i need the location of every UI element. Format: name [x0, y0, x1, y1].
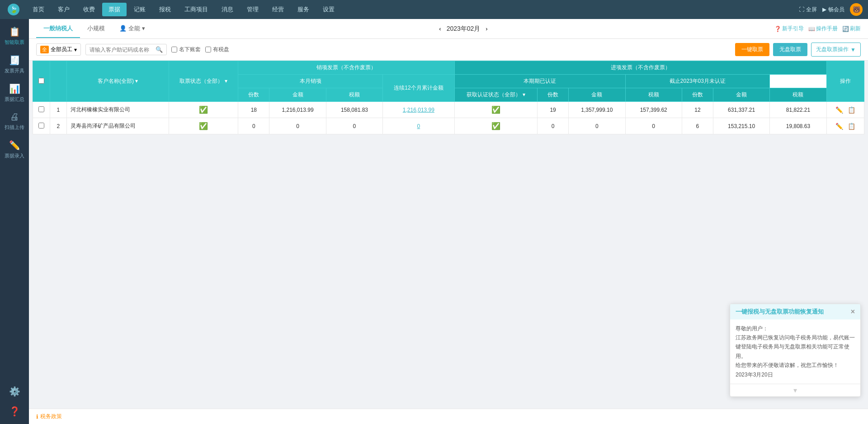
notification-text: 尊敬的用户： 江苏政务网已恢复访问电子税务局功能，易代账一键登陆电子税务局与无盘…: [736, 324, 855, 379]
sidebar-item-invoice-open[interactable]: 🧾 发票开具: [0, 51, 29, 78]
tab-general-taxpayer[interactable]: 一般纳税人: [36, 20, 80, 38]
select-all-checkbox[interactable]: [38, 78, 44, 84]
th-certified: 本期期已认证: [454, 75, 625, 88]
th-customer: 客户名称(全部) ▾: [67, 61, 169, 102]
toolbar-right: 一键取票 无盘取票 无盘取票操作 ▼: [735, 43, 861, 57]
row-monthly-count: 0: [238, 118, 269, 134]
next-month-button[interactable]: ›: [486, 25, 487, 32]
filter-icon[interactable]: ▾: [523, 91, 525, 98]
nav-billing[interactable]: 收费: [77, 3, 101, 16]
filter-icon[interactable]: ▾: [135, 78, 138, 84]
row-cert-count: 0: [538, 118, 569, 134]
scan-upload-icon: 🖨: [10, 112, 19, 122]
sidebar-item-invoice-summary[interactable]: 📊 票据汇总: [0, 80, 29, 106]
avatar[interactable]: 🐻: [850, 3, 863, 16]
has-tax-plate-input[interactable]: [205, 47, 211, 52]
nav-business[interactable]: 工商项目: [178, 3, 214, 16]
scroll-down-indicator[interactable]: ▾: [730, 384, 860, 396]
sidebar-item-help[interactable]: ❓: [0, 402, 29, 420]
nav-invoice[interactable]: 票据: [102, 3, 127, 16]
manual-button[interactable]: 📖 操作手册: [808, 25, 838, 33]
edit-icon[interactable]: ✏️: [835, 106, 843, 114]
sidebar-item-invoice-entry[interactable]: ✏️ 票据录入: [0, 136, 29, 163]
employee-select[interactable]: 全 全部员工 ▾: [36, 43, 81, 56]
nav-settings[interactable]: 设置: [316, 3, 341, 16]
sidebar-item-smart-ticket[interactable]: 📋 智能取票: [0, 23, 29, 49]
no-plate-ticket-button[interactable]: 无盘取票: [773, 43, 807, 56]
new-guide-button[interactable]: ❓ 新手引导: [774, 25, 804, 33]
th-monthly-tax: 税额: [326, 88, 382, 102]
row-cumulative: 0: [383, 118, 454, 134]
table-row: 1 河北柯橡橡实业有限公司 ✅ 18 1,216,013.99 158,081.…: [33, 102, 864, 118]
tab-bar: 一般纳税人 小规模 👤 全能 ▾ ‹ 2023年02月 › ❓ 新手引导 📖 操…: [29, 19, 868, 39]
row-checkbox[interactable]: [38, 106, 44, 112]
row-uncert-tax: 19,808.63: [770, 118, 826, 134]
search-input[interactable]: [90, 47, 153, 53]
th-sales-group: 销项发票（不含作废票）: [238, 61, 454, 75]
th-monthly-amount: 金额: [269, 88, 326, 102]
tab-all[interactable]: 👤 全能 ▾: [112, 20, 152, 38]
th-take-status: 取票状态（全部） ▾: [169, 61, 238, 102]
view-icon[interactable]: 📋: [848, 123, 855, 130]
prev-month-button[interactable]: ‹: [439, 25, 441, 32]
dropdown-arrow-icon: ▼: [850, 47, 856, 53]
nav-accounting[interactable]: 记账: [127, 3, 152, 16]
row-cert-amount: 0: [569, 118, 625, 134]
check-account-checkbox[interactable]: 名下账套: [171, 46, 201, 53]
tax-policy-link[interactable]: ℹ 税务政策: [36, 413, 62, 420]
view-icon[interactable]: 📋: [848, 106, 855, 114]
search-icon[interactable]: 🔍: [156, 46, 163, 53]
nav-operation[interactable]: 经营: [266, 3, 290, 16]
invoice-summary-icon: 📊: [9, 83, 20, 94]
table-row: 2 灵寿县尚泽矿产品有限公司 ✅ 0 0 0 0 ✅ 0 0 0 6 153,2…: [33, 118, 864, 134]
nav-customer[interactable]: 客户: [52, 3, 76, 16]
edit-icon[interactable]: ✏️: [835, 123, 843, 130]
sidebar-item-settings[interactable]: ⚙️: [0, 382, 29, 400]
row-uncert-amount: 631,337.21: [713, 102, 769, 118]
notification-close-button[interactable]: ×: [851, 308, 855, 316]
nav-home[interactable]: 首页: [26, 3, 51, 16]
nav-right-actions: ⛶ 全屏 ▶ 畅会员 🐻: [799, 3, 863, 16]
th-uncert-count: 份数: [682, 88, 713, 102]
help-icon: ❓: [9, 406, 20, 417]
take-status-icon: ✅: [199, 106, 208, 114]
sidebar-item-scan-upload[interactable]: 🖨 扫描上传: [0, 108, 29, 134]
nav-tax[interactable]: 报税: [153, 3, 177, 16]
cumulative-link[interactable]: 0: [417, 123, 420, 129]
row-monthly-count: 18: [238, 102, 269, 118]
row-take-status: ✅: [169, 102, 238, 118]
settings-icon: ⚙️: [9, 386, 20, 397]
cumulative-link[interactable]: 1,216,013.99: [403, 107, 434, 113]
th-cert-status: 获取认证状态（全部） ▾: [454, 88, 538, 102]
nav-management[interactable]: 管理: [241, 3, 265, 16]
cert-status-icon: ✅: [491, 122, 500, 130]
nav-service[interactable]: 服务: [291, 3, 316, 16]
has-tax-plate-checkbox[interactable]: 有税盘: [205, 46, 229, 53]
no-plate-ops-button[interactable]: 无盘取票操作 ▼: [811, 43, 861, 57]
person-icon: 👤: [119, 25, 127, 32]
row-cert-amount: 1,357,999.10: [569, 102, 625, 118]
tab-small-scale[interactable]: 小规模: [80, 20, 112, 38]
row-monthly-amount: 1,216,013.99: [269, 102, 326, 118]
notification-header: 一键报税与无盘取票功能恢复通知 ×: [730, 304, 860, 319]
one-click-ticket-button[interactable]: 一键取票: [735, 43, 769, 56]
nav-message[interactable]: 消息: [215, 3, 240, 16]
row-customer: 灵寿县尚泽矿产品有限公司: [67, 118, 169, 134]
fullscreen-button[interactable]: ⛶ 全屏: [799, 6, 817, 14]
month-navigation: ‹ 2023年02月 ›: [152, 25, 774, 33]
search-box: 🔍: [85, 44, 167, 55]
row-checkbox-cell: [33, 118, 50, 134]
sidebar-item-label: 智能取票: [5, 39, 24, 46]
row-cert-count: 19: [538, 102, 569, 118]
row-actions: ✏️ 📋: [826, 102, 864, 118]
member-button[interactable]: ▶ 畅会员: [822, 6, 844, 14]
notification-body: 尊敬的用户： 江苏政务网已恢复访问电子税务局功能，易代账一键登陆电子税务局与无盘…: [730, 319, 860, 384]
refresh-button[interactable]: 🔄 刷新: [842, 25, 861, 33]
row-checkbox[interactable]: [38, 123, 44, 129]
th-cert-tax: 税额: [625, 88, 682, 102]
row-cert-status: ✅: [454, 118, 538, 134]
filter-icon[interactable]: ▾: [225, 78, 227, 84]
cert-status-icon: ✅: [491, 106, 500, 114]
check-account-input[interactable]: [171, 47, 177, 52]
th-uncert-tax: 税额: [770, 88, 826, 102]
